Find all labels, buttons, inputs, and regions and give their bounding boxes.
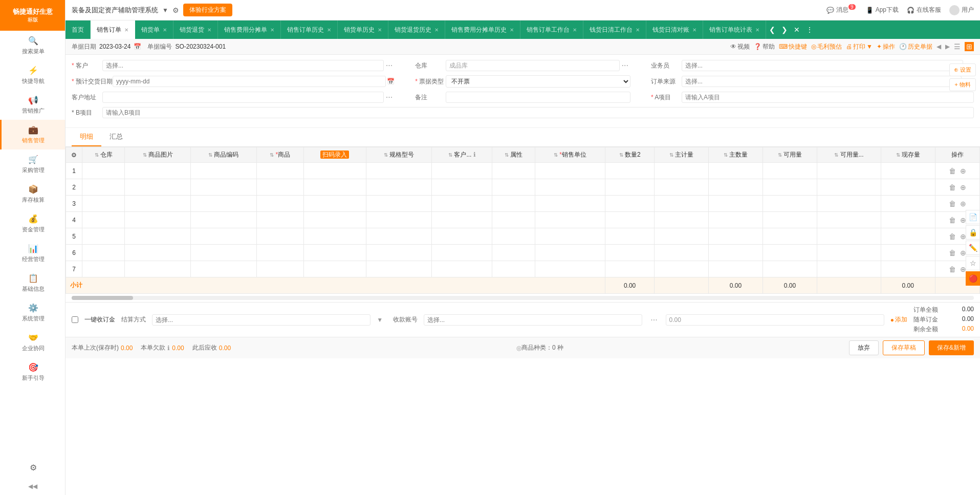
cell-attribute[interactable]: [492, 179, 535, 196]
nav-tab-12[interactable]: 销售订单统计表✕: [703, 20, 766, 39]
nav-tab-close-6[interactable]: ✕: [378, 27, 382, 33]
cell-main-unit[interactable]: [655, 163, 709, 179]
cell-main-unit[interactable]: [655, 245, 709, 261]
nav-tab-close-12[interactable]: ✕: [755, 27, 759, 33]
cell-spec[interactable]: [366, 261, 432, 277]
cell-image[interactable]: [125, 179, 191, 196]
cell-warehouse[interactable]: [82, 245, 125, 261]
one-click-checkbox[interactable]: [72, 316, 78, 323]
cell-qty2[interactable]: [605, 196, 655, 212]
copy-icon[interactable]: ⊕: [960, 249, 966, 257]
th-unit[interactable]: ⇅ *销售单位: [535, 147, 605, 163]
cell-product[interactable]: [256, 196, 303, 212]
nav-tab-9[interactable]: 销售订单工作台✕: [520, 20, 583, 39]
cell-available[interactable]: [763, 245, 817, 261]
note-input[interactable]: [446, 92, 630, 103]
cell-product[interactable]: [256, 163, 303, 179]
discard-btn[interactable]: 放弃: [849, 340, 879, 355]
cell-stock[interactable]: [881, 228, 935, 245]
calendar-icon[interactable]: 📅: [134, 43, 141, 50]
nav-tab-7[interactable]: 销货退货历史✕: [388, 20, 445, 39]
cell-main-unit[interactable]: [655, 196, 709, 212]
copy-icon[interactable]: ⊕: [960, 232, 966, 241]
b-project-input[interactable]: [102, 107, 974, 118]
number-value[interactable]: SO-20230324-001: [175, 43, 226, 50]
nav-tab-0[interactable]: 首页: [66, 20, 91, 39]
th-code[interactable]: ⇅ 商品编码: [190, 147, 256, 163]
date-value[interactable]: 2023-03-24: [99, 43, 130, 50]
cell-attribute[interactable]: [492, 261, 535, 277]
cell-stock[interactable]: [881, 179, 935, 196]
nav-tab-8[interactable]: 销售费用分摊单历史✕: [445, 20, 520, 39]
warehouse-input[interactable]: [446, 60, 619, 71]
cell-available2[interactable]: [817, 196, 881, 212]
salesperson-input[interactable]: [682, 60, 963, 71]
cell-customer-code[interactable]: [432, 261, 492, 277]
nav-tab-close-5[interactable]: ✕: [327, 27, 331, 33]
cell-unit[interactable]: [535, 245, 605, 261]
cell-available2[interactable]: [817, 179, 881, 196]
copy-icon[interactable]: ⊕: [960, 265, 966, 273]
cell-image[interactable]: [125, 212, 191, 228]
nav-tab-2[interactable]: 销货单✕: [135, 20, 173, 39]
sidebar-item-operations[interactable]: 📊 经营管理: [0, 239, 65, 268]
th-main-unit[interactable]: ⇅ 主计量: [655, 147, 709, 163]
th-warehouse[interactable]: ⇅ 仓库: [82, 147, 125, 163]
online-service-btn[interactable]: 🎧 在线客服: [907, 6, 941, 14]
cell-code[interactable]: [190, 196, 256, 212]
cell-available2[interactable]: [817, 228, 881, 245]
delivery-input[interactable]: [113, 76, 386, 87]
view-btn[interactable]: 👁 视频: [730, 42, 750, 51]
dropdown-arrow-icon[interactable]: ▼: [162, 7, 168, 14]
debit-info-icon[interactable]: ℹ: [167, 345, 170, 352]
add-material-btn[interactable]: + 物料: [949, 78, 976, 91]
history-btn[interactable]: 🕐 历史单据: [899, 42, 932, 51]
cell-spec[interactable]: [366, 212, 432, 228]
nav-prev-arrow[interactable]: ❮: [766, 26, 778, 34]
float-doc-icon[interactable]: 📄: [966, 210, 980, 224]
payment-method-dropdown-icon[interactable]: ▼: [377, 316, 383, 324]
cell-spec[interactable]: [366, 163, 432, 179]
operation-btn[interactable]: ✦ 操作: [877, 42, 895, 51]
cell-customer-code[interactable]: [432, 179, 492, 196]
cell-code[interactable]: [190, 261, 256, 277]
sidebar-item-newbie[interactable]: 🎯 新手引导: [0, 357, 65, 387]
cell-available[interactable]: [763, 163, 817, 179]
copy-icon[interactable]: ⊕: [960, 183, 966, 191]
cell-unit[interactable]: [535, 228, 605, 245]
detail-tab-0[interactable]: 明细: [72, 128, 101, 146]
help-btn[interactable]: ❓ 帮助: [754, 42, 775, 51]
shortcut-btn[interactable]: ⌨ 快捷键: [779, 42, 807, 51]
app-download-btn[interactable]: 📱 App下载: [866, 6, 899, 14]
nav-close-all[interactable]: ✕: [791, 26, 803, 34]
customer-more-icon[interactable]: ···: [384, 61, 395, 70]
delivery-calendar-icon[interactable]: 📅: [387, 78, 395, 85]
sidebar-item-finance[interactable]: 💰 资金管理: [0, 209, 65, 239]
cell-qty2[interactable]: [605, 261, 655, 277]
cell-warehouse[interactable]: [82, 196, 125, 212]
nav-tab-10[interactable]: 钱货日清工作台✕: [583, 20, 646, 39]
cell-main-unit[interactable]: [655, 228, 709, 245]
cell-warehouse[interactable]: [82, 179, 125, 196]
sidebar-item-stock[interactable]: 📦 库存核算: [0, 179, 65, 209]
save-draft-btn[interactable]: 保存草稿: [883, 340, 925, 355]
cell-code[interactable]: [190, 212, 256, 228]
cell-customer-code[interactable]: [432, 212, 492, 228]
cell-main-qty[interactable]: [709, 245, 763, 261]
print-dropdown-icon[interactable]: ▼: [866, 43, 873, 50]
th-available[interactable]: ⇅ 可用量: [763, 147, 817, 163]
cell-main-qty[interactable]: [709, 163, 763, 179]
cell-qty2[interactable]: [605, 179, 655, 196]
list-view-icon[interactable]: ☰: [954, 42, 961, 51]
cell-image[interactable]: [125, 196, 191, 212]
th-customer-code[interactable]: ⇅ 客户... ℹ: [432, 147, 492, 163]
cell-product[interactable]: [256, 261, 303, 277]
address-more-icon[interactable]: ···: [384, 93, 395, 102]
cell-main-qty[interactable]: [709, 212, 763, 228]
cell-main-qty[interactable]: [709, 228, 763, 245]
float-star-icon[interactable]: ☆: [966, 256, 980, 270]
cell-qty2[interactable]: [605, 163, 655, 179]
cell-customer-code[interactable]: [432, 245, 492, 261]
nav-tab-close-11[interactable]: ✕: [692, 27, 696, 33]
grid-view-icon[interactable]: ⊞: [965, 42, 974, 51]
